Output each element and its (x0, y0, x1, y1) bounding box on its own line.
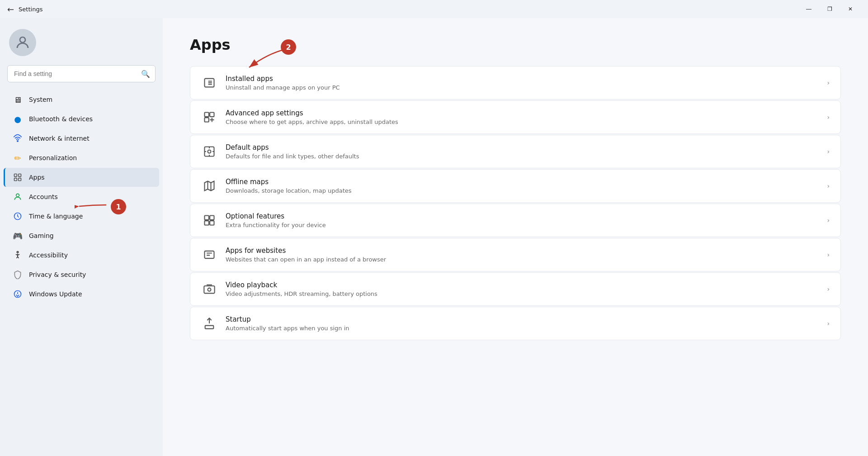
default-apps-icon (201, 143, 217, 160)
svg-rect-5 (19, 178, 21, 181)
svg-rect-20 (205, 118, 209, 122)
accessibility-icon (13, 250, 23, 260)
svg-point-1 (17, 141, 19, 142)
advanced-app-icon (201, 109, 217, 125)
sidebar-item-label: Accounts (29, 193, 58, 200)
sidebar-item-windows-update[interactable]: Windows Update (4, 285, 159, 304)
offline-maps-desc: Downloads, storage location, map updates (226, 187, 819, 194)
svg-rect-2 (14, 174, 17, 177)
sidebar-item-label: System (29, 96, 52, 103)
offline-maps-icon (201, 178, 217, 194)
startup-desc: Automatically start apps when you sign i… (226, 325, 819, 332)
privacy-icon (13, 270, 23, 280)
sidebar-item-personalization[interactable]: ✏️ Personalization (4, 148, 159, 167)
startup-text: Startup Automatically start apps when yo… (226, 315, 819, 332)
gaming-icon: 🎮 (13, 231, 23, 241)
video-playback-desc: Video adjustments, HDR streaming, batter… (226, 290, 819, 297)
startup-title: Startup (226, 315, 819, 323)
svg-rect-30 (204, 286, 214, 293)
bluetooth-icon: ● (13, 114, 23, 124)
optional-features-icon (201, 212, 217, 228)
settings-item-advanced[interactable]: Advanced app settings Choose where to ge… (190, 100, 841, 134)
chevron-icon: › (827, 251, 830, 258)
nav-list: 🖥 System ● Bluetooth & devices Network &… (0, 90, 163, 304)
sidebar-item-label: Time & language (29, 213, 83, 220)
system-icon: 🖥 (13, 95, 23, 104)
settings-item-installed-apps[interactable]: Installed apps Uninstall and manage apps… (190, 66, 841, 100)
advanced-app-desc: Choose where to get apps, archive apps, … (226, 119, 819, 125)
advanced-app-text: Advanced app settings Choose where to ge… (226, 109, 819, 125)
sidebar-item-accounts[interactable]: Accounts (4, 187, 159, 206)
settings-item-video[interactable]: Video playback Video adjustments, HDR st… (190, 272, 841, 306)
time-icon (13, 211, 23, 221)
installed-apps-text: Installed apps Uninstall and manage apps… (226, 75, 819, 91)
installed-apps-title: Installed apps (226, 75, 819, 83)
chevron-icon: › (827, 79, 830, 86)
window-title: Settings (19, 6, 42, 13)
sidebar-item-network[interactable]: Network & internet (4, 129, 159, 148)
sidebar-item-label: Gaming (29, 232, 54, 239)
svg-rect-4 (14, 178, 17, 181)
settings-item-apps-websites[interactable]: Apps for websites Websites that can open… (190, 238, 841, 271)
network-icon (13, 133, 23, 143)
svg-rect-18 (205, 113, 209, 117)
close-button[interactable]: ✕ (840, 2, 861, 16)
chevron-icon: › (827, 285, 830, 293)
main-content: Apps Installed apps (163, 18, 868, 456)
back-icon[interactable]: ← (7, 5, 14, 14)
apps-websites-icon (201, 247, 217, 263)
startup-icon (201, 315, 217, 332)
settings-item-startup[interactable]: Startup Automatically start apps when yo… (190, 307, 841, 340)
chevron-icon: › (827, 320, 830, 327)
app-body: 🔍 🖥 System ● Bluetooth & devices (0, 18, 868, 456)
search-input[interactable] (7, 65, 156, 82)
advanced-app-title: Advanced app settings (226, 109, 819, 117)
sidebar-item-label: Network & internet (29, 135, 90, 142)
offline-maps-title: Offline maps (226, 178, 819, 186)
default-apps-text: Default apps Defaults for file and link … (226, 143, 819, 160)
default-apps-desc: Defaults for file and link types, other … (226, 153, 819, 160)
apps-icon (13, 172, 23, 182)
apps-websites-title: Apps for websites (226, 247, 819, 255)
settings-list: Installed apps Uninstall and manage apps… (190, 66, 841, 340)
window-controls: — ❐ ✕ (798, 2, 861, 16)
settings-item-offline-maps[interactable]: Offline maps Downloads, storage location… (190, 169, 841, 203)
minimize-button[interactable]: — (798, 2, 819, 16)
svg-rect-26 (210, 216, 214, 220)
settings-item-optional[interactable]: Optional features Extra functionality fo… (190, 204, 841, 237)
svg-rect-25 (205, 216, 209, 220)
svg-rect-27 (205, 221, 209, 225)
svg-rect-28 (210, 221, 214, 225)
sidebar-item-label: Bluetooth & devices (29, 115, 93, 123)
installed-apps-desc: Uninstall and manage apps on your PC (226, 84, 819, 91)
maximize-button[interactable]: ❐ (819, 2, 840, 16)
avatar[interactable] (9, 29, 36, 56)
optional-features-title: Optional features (226, 212, 819, 220)
svg-point-0 (20, 37, 25, 43)
settings-item-default-apps[interactable]: Default apps Defaults for file and link … (190, 135, 841, 168)
optional-features-desc: Extra functionality for your device (226, 222, 819, 228)
sidebar-item-label: Personalization (29, 154, 77, 162)
sidebar-item-privacy[interactable]: Privacy & security (4, 265, 159, 284)
sidebar-item-label: Apps (29, 174, 45, 181)
sidebar-item-bluetooth[interactable]: ● Bluetooth & devices (4, 109, 159, 128)
personalization-icon: ✏️ (13, 153, 23, 163)
default-apps-title: Default apps (226, 143, 819, 152)
user-icon (14, 34, 31, 51)
sidebar-item-accessibility[interactable]: Accessibility (4, 246, 159, 265)
sidebar-item-system[interactable]: 🖥 System (4, 90, 159, 109)
optional-features-text: Optional features Extra functionality fo… (226, 212, 819, 228)
chevron-icon: › (827, 217, 830, 224)
chevron-icon: › (827, 182, 830, 190)
sidebar-item-apps[interactable]: Apps (4, 168, 159, 187)
chevron-icon: › (827, 114, 830, 121)
svg-point-22 (208, 150, 211, 153)
sidebar-item-gaming[interactable]: 🎮 Gaming (4, 226, 159, 245)
svg-point-6 (16, 194, 19, 197)
title-bar-left: ← Settings (7, 5, 42, 14)
video-playback-text: Video playback Video adjustments, HDR st… (226, 281, 819, 297)
sidebar-item-label: Windows Update (29, 290, 82, 298)
sidebar-item-time[interactable]: Time & language (4, 207, 159, 226)
accounts-icon (13, 192, 23, 202)
search-box: 🔍 (7, 65, 156, 82)
